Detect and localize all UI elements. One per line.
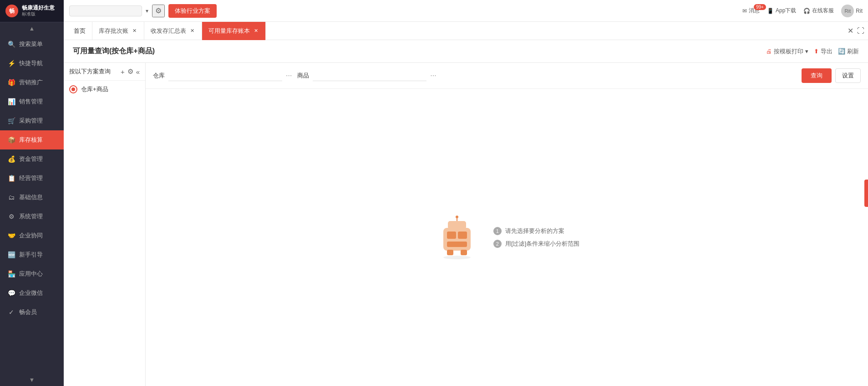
inventory-icon: 📦 — [7, 136, 15, 144]
refresh-button[interactable]: 🔄 刷新 — [838, 47, 859, 56]
tab-summary[interactable]: 收发存汇总表 ✕ — [144, 22, 202, 40]
tab-batch-label: 库存批次账 — [99, 27, 128, 35]
sidebar-item-label: 应用中心 — [19, 270, 43, 278]
scheme-header: 按以下方案查询 + ⚙ « — [64, 63, 145, 81]
empty-state: 1 请先选择要分析的方案 2 用[过滤]条件来缩小分析范围 — [146, 89, 868, 386]
basic-icon: 🗂 — [7, 193, 15, 201]
svg-rect-3 — [447, 242, 467, 247]
print-button[interactable]: 🖨 按模板打印 ▾ — [766, 47, 808, 56]
tip-text-2: 用[过滤]条件来缩小分析范围 — [505, 240, 579, 248]
sidebar-item-label: 销售管理 — [19, 98, 43, 106]
topbar-search-input[interactable] — [69, 5, 142, 16]
scheme-item-warehouse-product[interactable]: 仓库+商品 — [64, 81, 145, 98]
sidebar-item-search[interactable]: 🔍 搜索菜单 — [0, 35, 64, 54]
sidebar-item-sales[interactable]: 📊 销售管理 — [0, 92, 64, 111]
sidebar-item-inventory[interactable]: 📦 库存核算 — [0, 130, 64, 149]
svg-rect-0 — [443, 228, 471, 251]
sidebar-item-system[interactable]: ⚙ 系统管理 — [0, 207, 64, 226]
sidebar-item-basic[interactable]: 🗂 基础信息 — [0, 188, 64, 207]
tab-available[interactable]: 可用量库存账本 ✕ — [202, 22, 266, 40]
sidebar-item-finance[interactable]: 💰 资金管理 — [0, 149, 64, 169]
app-download-label: App下载 — [776, 7, 796, 15]
sidebar-item-label: 搜索菜单 — [19, 40, 43, 48]
scheme-item-label: 仓库+商品 — [81, 85, 108, 93]
online-service-button[interactable]: 🎧 在线客服 — [803, 7, 834, 15]
scheme-dot — [69, 85, 77, 93]
scheme-add-button[interactable]: + — [121, 68, 125, 76]
sidebar-item-label: 快捷导航 — [19, 59, 43, 67]
sidebar-item-enterprise[interactable]: 🤝 企业协同 — [0, 226, 64, 245]
sidebar-item-appstore[interactable]: 🏪 应用中心 — [0, 264, 64, 283]
sidebar-item-wecom[interactable]: 💬 企业微信 — [0, 283, 64, 303]
sidebar-scroll-up[interactable]: ▲ — [0, 22, 64, 35]
service-icon: 🎧 — [803, 8, 810, 14]
sidebar-item-marketing[interactable]: 🎁 营销推广 — [0, 73, 64, 92]
empty-tip-2: 2 用[过滤]条件来缩小分析范围 — [493, 240, 579, 248]
sidebar-item-label: 采购管理 — [19, 117, 43, 125]
app-download-button[interactable]: 📱 App下载 — [767, 7, 796, 15]
sidebar-item-purchase[interactable]: 🛒 采购管理 — [0, 111, 64, 130]
tab-summary-label: 收发存汇总表 — [151, 27, 186, 35]
topbar-settings-button[interactable]: ⚙ — [152, 5, 165, 17]
empty-tips: 1 请先选择要分析的方案 2 用[过滤]条件来缩小分析范围 — [493, 227, 579, 248]
filter-warehouse-dots[interactable]: ··· — [286, 72, 292, 80]
filter-bar: 仓库 ··· 商品 ··· 查询 设置 — [146, 63, 868, 89]
tab-home[interactable]: 首页 — [67, 22, 92, 40]
tab-batch-close[interactable]: ✕ — [131, 28, 137, 34]
svg-rect-4 — [448, 221, 466, 229]
export-icon: ⬆ — [814, 48, 819, 55]
topbar-dropdown-arrow[interactable]: ▾ — [146, 8, 148, 14]
svg-rect-8 — [461, 250, 467, 255]
sidebar-scroll-down[interactable]: ▼ — [0, 374, 64, 386]
page-header: 可用量查询(按仓库+商品) 🖨 按模板打印 ▾ ⬆ 导出 🔄 刷新 — [64, 40, 868, 63]
filter-product-input[interactable] — [313, 70, 426, 81]
sidebar-brand-sub: 标准版 — [22, 11, 55, 17]
empty-illustration — [434, 214, 480, 261]
refresh-label: 刷新 — [847, 47, 859, 56]
filter-settings-button[interactable]: 设置 — [835, 68, 861, 83]
filter-actions: 查询 设置 — [802, 68, 861, 83]
user-menu[interactable]: Rit Rit — [841, 5, 863, 17]
sidebar-item-vip[interactable]: ✓ 畅会员 — [0, 303, 64, 322]
refresh-icon: 🔄 — [838, 48, 845, 55]
filter-warehouse-input[interactable] — [168, 70, 282, 81]
sidebar-item-label: 基础信息 — [19, 193, 43, 201]
print-dropdown-icon[interactable]: ▾ — [805, 48, 808, 55]
sidebar-item-operation[interactable]: 📋 经营管理 — [0, 169, 64, 188]
sales-icon: 📊 — [7, 98, 15, 106]
sidebar-brand-name: 畅康通好生意 — [22, 5, 55, 11]
export-label: 导出 — [821, 47, 832, 56]
filter-product-dots[interactable]: ··· — [430, 72, 436, 80]
sidebar-item-guide[interactable]: 🆕 新手引导 — [0, 245, 64, 264]
tabs-bar: 首页 库存批次账 ✕ 收发存汇总表 ✕ 可用量库存账本 ✕ ✕ ⛶ — [64, 22, 868, 40]
vip-icon: ✓ — [7, 308, 15, 316]
empty-tip-1: 1 请先选择要分析的方案 — [493, 227, 579, 235]
message-button[interactable]: ✉ 消息 99+ — [742, 7, 760, 15]
tip-text-1: 请先选择要分析的方案 — [505, 227, 564, 235]
filter-warehouse-field: 仓库 ··· — [153, 70, 292, 81]
scheme-settings-button[interactable]: ⚙ — [127, 67, 133, 76]
scheme-panel: 按以下方案查询 + ⚙ « 仓库+商品 — [64, 63, 146, 386]
svg-rect-2 — [458, 232, 467, 239]
svg-rect-7 — [447, 250, 453, 255]
enterprise-icon: 🤝 — [7, 232, 15, 240]
sidebar: 畅 畅康通好生意 标准版 ▲ 🔍 搜索菜单 ⚡ 快捷导航 🎁 营销推广 📊 销售… — [0, 0, 64, 386]
query-button[interactable]: 查询 — [802, 68, 832, 83]
right-scrollbar[interactable] — [864, 180, 868, 207]
tabs-expand-button[interactable]: ⛶ — [857, 27, 864, 35]
empty-cube-svg — [434, 214, 480, 260]
service-label: 在线客服 — [812, 7, 834, 15]
sidebar-item-shortcut[interactable]: ⚡ 快捷导航 — [0, 54, 64, 73]
scheme-collapse-button[interactable]: « — [136, 68, 140, 76]
export-button[interactable]: ⬆ 导出 — [814, 47, 832, 56]
message-badge: 99+ — [754, 4, 766, 10]
industry-plan-button[interactable]: 体验行业方案 — [168, 4, 217, 18]
tab-available-close[interactable]: ✕ — [253, 28, 259, 34]
tab-batch[interactable]: 库存批次账 ✕ — [92, 22, 144, 40]
finance-icon: 💰 — [7, 155, 15, 163]
tabs-close-all-button[interactable]: ✕ — [848, 26, 853, 35]
wecom-icon: 💬 — [7, 289, 15, 297]
sidebar-logo: 畅 — [5, 5, 18, 17]
empty-state-inner: 1 请先选择要分析的方案 2 用[过滤]条件来缩小分析范围 — [434, 214, 579, 261]
tab-summary-close[interactable]: ✕ — [189, 28, 195, 34]
